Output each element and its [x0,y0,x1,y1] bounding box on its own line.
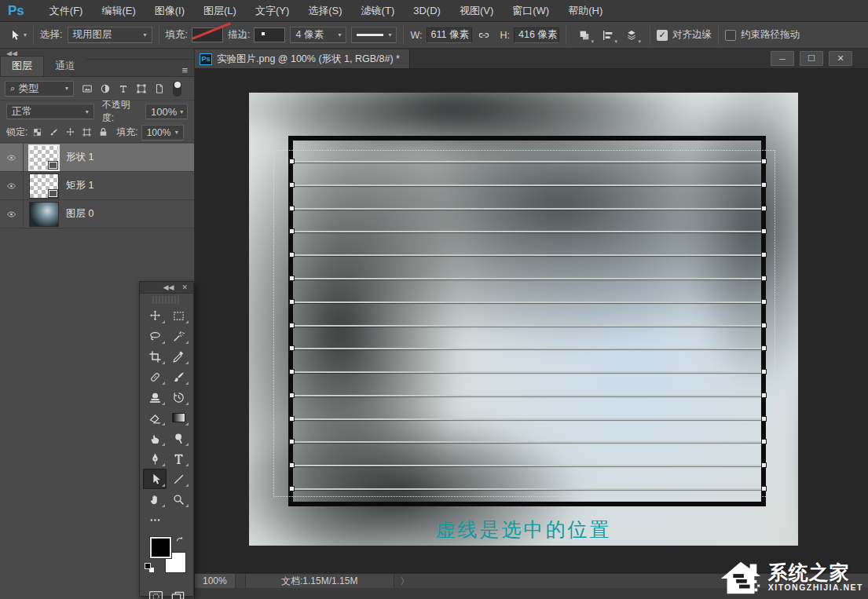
document-canvas[interactable]: 虚线是选中的位置 [249,93,798,546]
healing-brush-tool[interactable] [143,367,167,387]
align-edges-checkbox[interactable]: ✓ 对齐边缘 [657,28,712,42]
layer-thumbnail[interactable] [30,203,58,226]
layer-row[interactable]: 图层 0 [0,200,194,228]
layer-visibility-eye-icon[interactable] [0,144,24,171]
close-button[interactable]: ✕ [829,51,852,66]
move-tool[interactable] [143,305,167,326]
fill-dropdown[interactable]: 100% ▾ [141,125,184,141]
path-anchor-handle[interactable] [289,393,295,398]
menu-item[interactable]: 帮助(H) [559,0,612,22]
menu-item[interactable]: 视图(V) [450,0,503,22]
eraser-tool[interactable] [143,407,167,428]
path-alignment-icon[interactable]: ▾ [599,27,617,44]
layer-name[interactable]: 图层 0 [66,207,93,221]
quick-mask-icon[interactable] [148,590,163,599]
path-arrangement-icon[interactable]: ▾ [622,27,641,44]
opacity-dropdown[interactable]: 100% ▾ [145,104,188,119]
path-anchor-handle[interactable] [289,323,295,328]
smudge-tool[interactable] [143,428,167,448]
path-anchor-handle[interactable] [761,276,767,281]
blend-mode-dropdown[interactable]: 正常 ▾ [6,104,94,119]
menu-item[interactable]: 3D(D) [404,0,450,22]
link-dimensions-icon[interactable] [474,27,493,44]
filter-toggle-switch[interactable] [173,81,181,97]
menu-item[interactable]: 图像(I) [145,0,194,22]
menu-item[interactable]: 窗口(W) [503,0,559,22]
status-options-chevron-icon[interactable]: 〉 [401,575,409,587]
magic-wand-tool[interactable] [167,326,190,346]
filter-type-dropdown[interactable]: ⌕ 类型 ▾ [5,81,74,97]
current-tool-button[interactable]: ▾ [8,29,27,42]
path-anchor-handle[interactable] [289,486,295,491]
path-anchor-handle[interactable] [289,416,295,422]
layer-row[interactable]: 矩形 1 [0,172,194,200]
path-anchor-handle[interactable] [761,228,767,234]
menu-item[interactable]: 选择(S) [298,0,351,22]
filter-smart-objects-icon[interactable] [154,83,165,94]
path-anchor-handle[interactable] [761,393,767,398]
stroke-width-dropdown[interactable]: 4 像素 ▾ [290,27,346,43]
path-anchor-handle[interactable] [761,323,767,328]
menu-item[interactable]: 文件(F) [40,0,93,22]
clone-stamp-tool[interactable] [143,387,167,407]
zoom-level-field[interactable]: 100% [195,574,236,588]
tab-channels[interactable]: 通道 [44,57,86,76]
path-anchor-handle[interactable] [761,299,767,305]
filter-pixel-layers-icon[interactable] [82,83,93,94]
restore-button[interactable]: ☐ [800,51,823,66]
layer-thumbnail[interactable] [30,174,58,198]
minimize-button[interactable]: ─ [771,51,794,66]
collapse-toolbox-icon[interactable]: ◀◀ [163,283,174,291]
lock-all-icon[interactable] [98,127,108,137]
path-anchor-handle[interactable] [289,299,295,305]
layer-name[interactable]: 形状 1 [66,151,93,164]
height-field[interactable]: 416 像素 [514,27,559,43]
brush-tool[interactable] [167,367,190,387]
lock-artboard-icon[interactable] [82,127,92,137]
path-anchor-handle[interactable] [761,462,767,468]
path-anchor-handle[interactable] [761,486,767,491]
path-anchor-handle[interactable] [289,252,295,257]
path-anchor-handle[interactable] [289,206,295,211]
path-anchor-handle[interactable] [289,159,295,164]
screen-mode-icon[interactable] [170,590,185,599]
path-anchor-handle[interactable] [289,228,295,234]
layer-visibility-eye-icon[interactable] [0,172,24,199]
path-anchor-handle[interactable] [761,159,767,164]
eyedropper-tool[interactable] [167,346,190,367]
path-selection-tool[interactable] [143,469,167,489]
path-anchor-handle[interactable] [761,439,767,444]
menu-item[interactable]: 文字(Y) [246,0,298,22]
lock-pixels-icon[interactable] [49,127,59,137]
path-anchor-handle[interactable] [289,439,295,444]
more-tools[interactable] [143,510,167,530]
path-anchor-handle[interactable] [289,182,295,188]
filter-adjustment-layers-icon[interactable] [100,83,111,94]
path-anchor-handle[interactable] [761,345,767,351]
layer-thumbnail[interactable] [30,146,58,170]
lock-position-icon[interactable] [65,127,75,137]
constrain-path-checkbox[interactable]: 约束路径拖动 [725,28,800,42]
swap-colors-icon[interactable] [174,535,185,548]
path-operations-icon[interactable]: ▾ [575,27,594,44]
path-anchor-handle[interactable] [761,252,767,257]
panel-menu-icon[interactable]: ≡ [181,65,188,76]
layer-row[interactable]: 形状 1 [0,144,194,172]
crop-tool[interactable] [143,346,167,367]
filter-type-layers-icon[interactable] [118,83,129,94]
path-anchor-handle[interactable] [289,462,295,468]
gradient-tool[interactable] [167,407,190,428]
hand-tool[interactable] [143,489,167,510]
path-anchor-handle[interactable] [761,182,767,188]
menu-item[interactable]: 编辑(E) [92,0,145,22]
type-tool[interactable] [167,448,190,469]
zoom-tool[interactable] [167,489,190,510]
stroke-style-dropdown[interactable]: ▾ [351,27,397,43]
menu-item[interactable]: 滤镜(T) [352,0,405,22]
line-tool[interactable] [167,469,190,489]
dodge-tool[interactable] [167,428,190,448]
stroke-swatch[interactable] [254,27,285,42]
select-mode-dropdown[interactable]: 现用图层 ▾ [68,27,152,43]
layer-name[interactable]: 矩形 1 [66,179,93,192]
close-toolbox-icon[interactable]: ✕ [181,283,188,291]
